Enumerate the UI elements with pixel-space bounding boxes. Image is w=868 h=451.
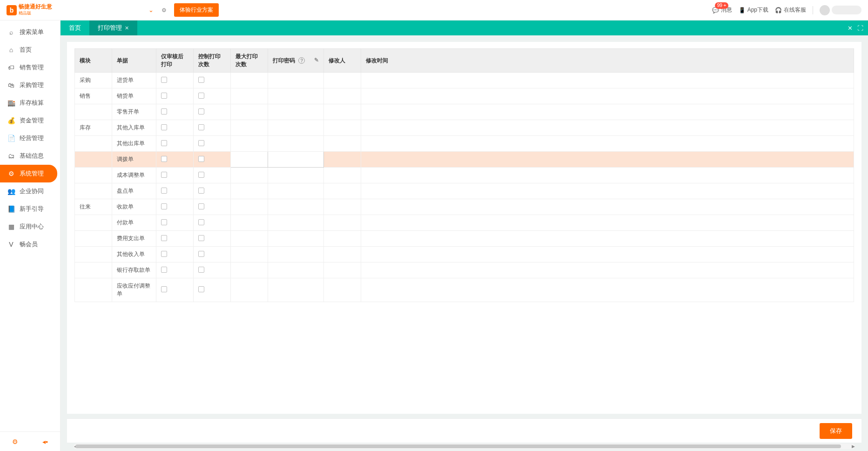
checkbox[interactable] xyxy=(161,172,167,178)
sidebar-item-operation[interactable]: 📄经营管理 xyxy=(0,129,60,147)
industry-plan-button[interactable]: 体验行业方案 xyxy=(174,3,219,17)
checkbox[interactable] xyxy=(198,172,204,178)
checkbox[interactable] xyxy=(161,156,167,162)
cell-after-audit[interactable] xyxy=(156,104,194,120)
cell-module xyxy=(75,136,112,152)
logo[interactable]: b 畅捷通好生意 精品版 xyxy=(7,4,61,16)
checkbox[interactable] xyxy=(198,108,204,114)
sidebar-item-inventory[interactable]: 🏬库存核算 xyxy=(0,94,60,112)
sidebar-item-purchase[interactable]: 🛍采购管理 xyxy=(0,76,60,94)
checkbox[interactable] xyxy=(198,235,204,241)
sidebar-item-vip[interactable]: V畅会员 xyxy=(0,236,60,253)
cell-after-audit[interactable] xyxy=(156,168,194,183)
help-icon[interactable]: ? xyxy=(298,57,305,64)
cell-after-audit[interactable] xyxy=(156,183,194,199)
checkbox[interactable] xyxy=(161,219,167,225)
close-tab-icon[interactable]: ✕ xyxy=(125,25,129,31)
cell-after-audit[interactable] xyxy=(156,263,194,278)
checkbox[interactable] xyxy=(198,140,204,146)
messages-link[interactable]: 💬 99 + 消息 xyxy=(712,6,732,14)
checkbox[interactable] xyxy=(198,77,204,83)
cell-module xyxy=(75,278,112,302)
checkbox[interactable] xyxy=(161,203,167,209)
sidebar-item-basic-info[interactable]: 🗂基础信息 xyxy=(0,147,60,165)
sidebar-item-guide[interactable]: 📘新手引导 xyxy=(0,200,60,218)
sidebar-item-home[interactable]: ⌂首页 xyxy=(0,41,60,59)
settings-gear-button[interactable]: ⚙ xyxy=(157,4,170,17)
checkbox[interactable] xyxy=(198,93,204,99)
sidebar-item-search-menu[interactable]: ⌕搜索菜单 xyxy=(0,23,60,41)
cell-limit-count[interactable] xyxy=(194,88,231,104)
checkbox[interactable] xyxy=(161,77,167,83)
sidebar-item-sales[interactable]: 🏷销售管理 xyxy=(0,59,60,76)
checkbox[interactable] xyxy=(161,267,167,273)
fullscreen-icon[interactable]: ⛶ xyxy=(857,25,863,32)
tab[interactable]: 首页 xyxy=(61,20,89,35)
cell-limit-count[interactable] xyxy=(194,136,231,152)
checkbox[interactable] xyxy=(161,108,167,114)
cell-limit-count[interactable] xyxy=(194,152,231,168)
cell-limit-count[interactable] xyxy=(194,104,231,120)
sidebar-item-collab[interactable]: 👥企业协同 xyxy=(0,182,60,200)
mobile-icon: 📱 xyxy=(739,7,746,13)
cell-after-audit[interactable] xyxy=(156,88,194,104)
checkbox[interactable] xyxy=(198,251,204,257)
checkbox[interactable] xyxy=(161,140,167,146)
checkbox[interactable] xyxy=(161,93,167,99)
action-bar: 保存 xyxy=(67,418,861,443)
save-button[interactable]: 保存 xyxy=(820,423,852,439)
cell-limit-count[interactable] xyxy=(194,231,231,247)
collapse-sidebar-icon[interactable]: ◂▪ xyxy=(42,438,48,445)
edit-column-icon[interactable]: ✎ xyxy=(314,57,319,63)
checkbox[interactable] xyxy=(198,188,204,194)
cell-limit-count[interactable] xyxy=(194,199,231,215)
cell-after-audit[interactable] xyxy=(156,136,194,152)
checkbox[interactable] xyxy=(161,124,167,130)
checkbox[interactable] xyxy=(161,188,167,194)
horizontal-scrollbar[interactable]: ◀ ▶ xyxy=(74,444,855,449)
checkbox[interactable] xyxy=(198,267,204,273)
cell-after-audit[interactable] xyxy=(156,231,194,247)
cell-max-count[interactable] xyxy=(231,152,268,168)
cell-limit-count[interactable] xyxy=(194,168,231,183)
th-after-audit: 仅审核后打印 xyxy=(156,49,194,73)
cell-limit-count[interactable] xyxy=(194,73,231,88)
cell-after-audit[interactable] xyxy=(156,120,194,136)
checkbox[interactable] xyxy=(161,251,167,257)
sidebar-item-finance[interactable]: 💰资金管理 xyxy=(0,112,60,129)
cell-limit-count[interactable] xyxy=(194,247,231,263)
checkbox[interactable] xyxy=(198,219,204,225)
cell-after-audit[interactable] xyxy=(156,152,194,168)
footer-gear-icon[interactable]: ⚙ xyxy=(12,438,18,445)
checkbox[interactable] xyxy=(161,286,167,292)
checkbox[interactable] xyxy=(198,124,204,130)
sidebar-item-system[interactable]: ⚙系统管理 xyxy=(0,165,57,182)
purchase-icon: 🛍 xyxy=(7,81,15,89)
cell-after-audit[interactable] xyxy=(156,278,194,302)
sidebar-item-apps[interactable]: ▦应用中心 xyxy=(0,218,60,236)
cell-limit-count[interactable] xyxy=(194,278,231,302)
cell-after-audit[interactable] xyxy=(156,247,194,263)
cell-after-audit[interactable] xyxy=(156,199,194,215)
tenant-selector[interactable]: ⌄ xyxy=(65,6,154,14)
checkbox[interactable] xyxy=(198,156,204,162)
checkbox[interactable] xyxy=(198,203,204,209)
cell-after-audit[interactable] xyxy=(156,215,194,231)
cell-limit-count[interactable] xyxy=(194,215,231,231)
cell-limit-count[interactable] xyxy=(194,120,231,136)
checkbox[interactable] xyxy=(161,235,167,241)
user-menu[interactable] xyxy=(820,5,861,15)
cell-modify-time xyxy=(361,104,854,120)
cell-after-audit[interactable] xyxy=(156,73,194,88)
cell-password xyxy=(268,104,324,120)
cell-password[interactable] xyxy=(268,152,324,168)
checkbox[interactable] xyxy=(198,286,204,292)
cell-limit-count[interactable] xyxy=(194,183,231,199)
tab[interactable]: 打印管理✕ xyxy=(89,20,137,35)
customer-service-link[interactable]: 🎧 在线客服 xyxy=(775,6,806,14)
cell-limit-count[interactable] xyxy=(194,263,231,278)
app-download-link[interactable]: 📱 App下载 xyxy=(739,6,768,14)
close-all-tabs-icon[interactable]: ✕ xyxy=(848,25,853,32)
scroll-right-icon[interactable]: ▶ xyxy=(850,444,856,449)
scroll-thumb[interactable] xyxy=(75,444,841,448)
